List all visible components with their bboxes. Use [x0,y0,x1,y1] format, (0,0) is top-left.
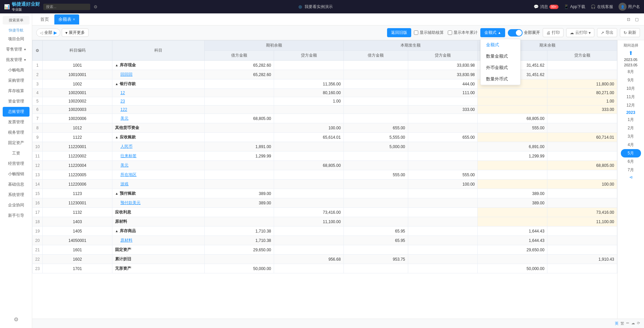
sidebar-item-tax[interactable]: 税务管理 [3,128,30,137]
sidebar-item-capital[interactable]: 资金管理 [3,96,30,106]
cloud-save-icon[interactable]: ☁ [631,321,635,326]
online-service-btn[interactable]: 🎧 在线客服 [591,4,613,10]
row-name[interactable]: 游戏 [112,180,204,189]
row-name[interactable]: 其他货币资金 [112,123,204,133]
row-name[interactable]: 原材料 [112,236,204,245]
show-assist-checkbox[interactable] [414,30,418,35]
tab-balance[interactable]: 余额表 × [54,14,79,24]
edit-icon[interactable]: ✏ [626,321,629,326]
search-bar[interactable]: 搜索... [43,4,90,10]
row-name[interactable]: ▲预付账款 [112,189,204,198]
show-assist-label[interactable]: 显示辅助核算 [414,30,444,36]
lang-btn[interactable]: 繁 [621,321,624,326]
period-month-item[interactable]: 9月 [621,76,641,84]
period-month-item[interactable]: 12月 [621,101,641,110]
period-month-item[interactable]: 1月 [621,116,641,124]
cloud-print-btn[interactable]: ☁ 云打印 ▾ [566,28,594,37]
row-name[interactable]: 23 [112,97,204,106]
jine-style-btn[interactable]: 金额式 ▲ [480,28,505,37]
row-name[interactable]: 无形资产 [112,264,204,273]
tab-home[interactable]: 首页 [36,14,53,24]
sidebar-item-purchase[interactable]: 采购管理 [3,76,30,85]
export-btn[interactable]: ↗ 导出 [597,28,617,37]
dropdown-item-quantity-foreign[interactable]: 数量外币式 [481,73,520,85]
dropdown-item-jine[interactable]: 金额式 [481,39,520,51]
demo-link[interactable]: ◎ 我要看实例演示 [299,4,333,10]
sidebar-item-operations[interactable]: 经营管理 [3,159,30,169]
sidebar-item-wholesale[interactable]: 批发管理 ▾ [3,55,30,65]
row-name[interactable]: ▲库存现金 [112,61,204,70]
sidebar-item-collab[interactable]: 企业协同 [3,200,30,210]
sidebar-item-invoice[interactable]: 发票管理 [3,117,30,127]
row-name[interactable]: 累计折旧 [112,255,204,264]
sidebar-gear-icon[interactable]: ⚙ [11,314,21,325]
row-name[interactable]: ▲银行存款 [112,79,204,89]
row-name[interactable]: 原材料 [112,217,204,226]
sidebar-item-retail[interactable]: 零售管理 ▾ [3,45,30,54]
sidebar-item-assets[interactable]: 固定资产 [3,138,30,148]
period-month-item[interactable]: 10月 [621,84,641,93]
print-btn[interactable]: 🖨 打印 [543,28,564,37]
sidebar-item-guide[interactable]: 新手引导 [3,211,30,220]
return-old-btn[interactable]: 返回旧版 [387,28,411,37]
show-year-checkbox[interactable] [448,30,452,35]
sidebar-item-project[interactable]: 项目合同 [3,34,30,44]
period-month-item[interactable]: 8月 [621,68,641,76]
all-expand-switch[interactable] [508,29,523,37]
row-name[interactable]: 预付款美元 [112,198,204,208]
sidebar-item-expense[interactable]: 小畅报销 [3,169,30,179]
period-month-item[interactable]: 11月 [621,93,641,101]
sidebar-item-inventory[interactable]: 库存核算 [3,86,30,96]
row-ob-debit [204,79,274,89]
period-month-item[interactable]: 3月 [621,132,641,141]
row-name[interactable]: 美元 [112,114,204,123]
row-name[interactable]: ▲库存商品 [112,226,204,236]
message-btn[interactable]: 💬 消息 99+ [534,4,558,10]
period-month-item[interactable]: 2023 [621,110,641,116]
app-download-btn[interactable]: 📱 App下载 [564,4,585,10]
sidebar-item-basic[interactable]: 基础信息 [3,180,30,189]
filter-all-btn[interactable]: ◁ 全部 ▶ [36,28,60,37]
settings-icon[interactable]: ⚙ [94,4,98,9]
user-avatar[interactable]: 👤 用户名 [619,3,640,11]
refresh-btn[interactable]: ↻ 刷新 [620,28,640,37]
show-year-label[interactable]: 显示本年累计 [448,30,478,36]
dropdown-item-quantity-jine[interactable]: 数量金额式 [481,51,520,62]
period-month-item[interactable]: 4月 [621,141,641,149]
translate-btn[interactable]: 英 [615,321,619,326]
tab-close-icon[interactable]: × [73,17,75,22]
row-cb-credit: 1.00 [547,97,617,106]
sidebar-quick-nav[interactable]: 快捷导航 [3,26,30,34]
row-name[interactable]: ▲应收账款 [112,133,204,142]
sidebar-search[interactable]: 搜索菜单 [3,16,30,24]
period-month-item[interactable]: 2月 [621,124,641,132]
period-nav-up[interactable]: ⬆ [628,49,634,57]
sidebar-item-ecommerce[interactable]: 小畅电商 [3,65,30,75]
period-month-item[interactable]: 5月 [621,149,641,157]
period-collapse-btn[interactable]: ⊲ [629,174,633,180]
expand-more-btn[interactable]: ▾ 展开更多 [62,28,89,37]
window-maximize-btn[interactable]: ▢ [633,16,640,23]
row-cur-credit: 555.00 [408,170,478,180]
sidebar-item-system[interactable]: 系统管理 [3,190,30,200]
period-month-item[interactable]: 7月 [621,166,641,174]
window-restore-btn[interactable]: ⊡ [625,16,632,23]
row-num: 23 [33,264,43,273]
row-name[interactable]: 所在地区 [112,170,204,180]
sidebar-item-payroll[interactable]: 工资 [3,148,30,158]
sync-icon[interactable]: ⟳ [637,321,640,326]
row-name[interactable]: 122 [112,106,204,114]
row-name[interactable]: 往来标签 [112,151,204,161]
row-name[interactable]: 应收利息 [112,208,204,217]
row-name[interactable]: 固定资产 [112,245,204,255]
row-name[interactable]: 12 [112,89,204,97]
period-month-item[interactable]: 6月 [621,157,641,166]
row-code: 10010001 [43,70,112,79]
row-cur-debit [343,161,408,170]
row-name[interactable]: 回回回 [112,70,204,79]
row-cb-credit [547,236,617,245]
row-name[interactable]: 美元 [112,161,204,170]
sidebar-item-ledger[interactable]: 总账管理 [3,107,30,117]
row-name[interactable]: 人民币 [112,142,204,151]
dropdown-item-foreign-jine[interactable]: 外币金额式 [481,62,520,73]
